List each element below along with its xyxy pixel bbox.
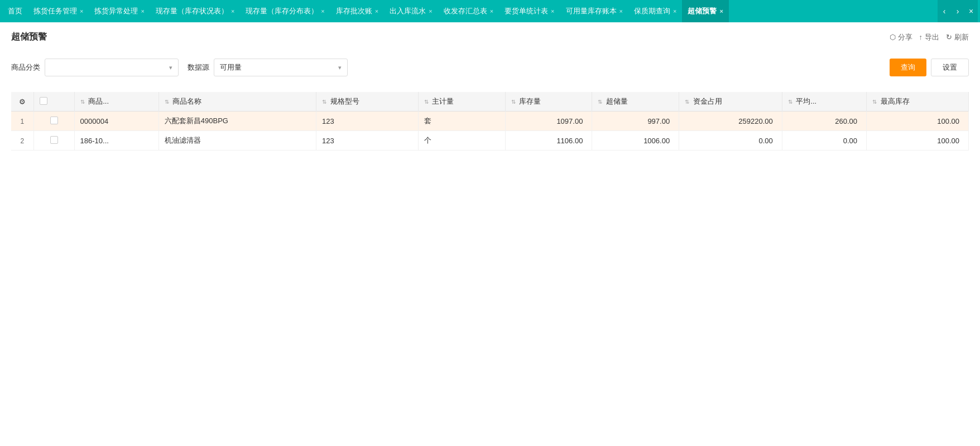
row-spec: 123 (316, 131, 418, 151)
stock-column-header[interactable]: ⇅ 库存量 (505, 92, 592, 112)
share-button[interactable]: ⬡ 分享 (890, 32, 912, 42)
row-capital: 259220.00 (679, 112, 782, 131)
nav-arrow-left[interactable]: ‹ (938, 0, 951, 22)
row-avg: 260.00 (782, 112, 866, 131)
row-unit: 套 (418, 112, 505, 131)
sort-icon: ⇅ (165, 99, 169, 105)
refresh-icon: ↻ (946, 33, 952, 41)
datasource-filter: 数据源 可用量 ▾ (188, 59, 348, 76)
max-column-header[interactable]: ⇅ 最高库存 (867, 92, 969, 112)
checkbox-column-header[interactable] (33, 92, 74, 112)
close-icon[interactable]: × (429, 8, 432, 14)
row-capital: 0.00 (679, 131, 782, 151)
datasource-select[interactable]: 可用量 ▾ (214, 59, 348, 76)
row-max: 100.00 (867, 131, 969, 151)
gear-icon: ⚙ (19, 98, 26, 106)
close-icon[interactable]: × (141, 8, 144, 14)
row-over: 1006.00 (592, 131, 679, 151)
code-column-header[interactable]: ⇅ 商品... (74, 92, 158, 112)
refresh-button[interactable]: ↻ 刷新 (946, 32, 969, 42)
row-name: 六配套新昌490BPG (158, 112, 316, 131)
avg-column-header[interactable]: ⇅ 平均... (782, 92, 866, 112)
settings-column-header[interactable]: ⚙ (11, 92, 33, 112)
page-content: 超储预警 ⬡ 分享 ↑ 导出 ↻ 刷新 商品分类 ▾ 数据源 (0, 22, 980, 446)
row-seq: 2 (11, 131, 33, 151)
row-code: 0000004 (74, 112, 158, 131)
nav-item-7[interactable]: 收发存汇总表 × (438, 0, 499, 22)
datasource-select-value: 可用量 (220, 62, 338, 72)
sort-icon: ⇅ (788, 99, 792, 105)
settings-button[interactable]: 设置 (931, 59, 969, 76)
table-header-row: ⚙ ⇅ 商品... ⇅ 商品名称 ⇅ 规格型号 ⇅ (11, 92, 969, 112)
close-icon[interactable]: × (551, 8, 554, 14)
table-row: 1 0000004 六配套新昌490BPG 123 套 1097.00 997.… (11, 112, 969, 131)
name-column-header[interactable]: ⇅ 商品名称 (158, 92, 316, 112)
close-icon[interactable]: × (673, 8, 676, 14)
row-checkbox[interactable] (50, 117, 58, 124)
category-filter: 商品分类 ▾ (11, 59, 179, 76)
close-icon[interactable]: × (490, 8, 493, 14)
row-seq: 1 (11, 112, 33, 131)
over-column-header[interactable]: ⇅ 超储量 (592, 92, 679, 112)
row-avg: 0.00 (782, 131, 866, 151)
row-max: 100.00 (867, 112, 969, 131)
close-icon[interactable]: × (321, 8, 324, 14)
category-select[interactable]: ▾ (45, 59, 179, 76)
close-icon[interactable]: × (719, 8, 723, 14)
row-spec: 123 (316, 112, 418, 131)
nav-item-6[interactable]: 出入库流水 × (384, 0, 438, 22)
chevron-down-icon: ▾ (338, 64, 342, 71)
close-icon[interactable]: × (619, 8, 623, 14)
nav-item-8[interactable]: 要货单统计表 × (499, 0, 560, 22)
page-title: 超储预警 (11, 31, 47, 43)
category-label: 商品分类 (11, 62, 40, 72)
nav-item-10[interactable]: 保质期查询 × (628, 0, 682, 22)
row-stock: 1106.00 (505, 131, 592, 151)
nav-item-9[interactable]: 可用量库存账本 × (560, 0, 628, 22)
sort-icon: ⇅ (80, 99, 85, 105)
row-checkbox[interactable] (50, 136, 58, 144)
unit-column-header[interactable]: ⇅ 主计量 (418, 92, 505, 112)
close-icon[interactable]: × (375, 8, 378, 14)
close-icon[interactable]: × (80, 8, 83, 14)
query-button[interactable]: 查询 (890, 59, 926, 76)
header-actions: ⬡ 分享 ↑ 导出 ↻ 刷新 (890, 32, 969, 42)
sort-icon: ⇅ (598, 99, 602, 105)
row-stock: 1097.00 (505, 112, 592, 131)
nav-arrow-more[interactable]: × (964, 0, 978, 22)
table-row: 2 186-10... 机油滤清器 123 个 1106.00 1006.00 … (11, 131, 969, 151)
share-icon: ⬡ (890, 33, 896, 41)
close-icon[interactable]: × (231, 8, 234, 14)
nav-item-2[interactable]: 拣货异常处理 × (89, 0, 150, 22)
nav-bar: 首页 拣货任务管理 × 拣货异常处理 × 现存量（库存状况表） × 现存量（库存… (0, 0, 980, 22)
spec-column-header[interactable]: ⇅ 规格型号 (316, 92, 418, 112)
nav-arrows: ‹ › × (938, 0, 978, 22)
nav-item-active[interactable]: 超储预警 × (682, 0, 728, 22)
nav-arrow-right[interactable]: › (951, 0, 964, 22)
capital-column-header[interactable]: ⇅ 资金占用 (679, 92, 782, 112)
filter-bar: 商品分类 ▾ 数据源 可用量 ▾ 查询 设置 (11, 52, 969, 83)
sort-icon: ⇅ (511, 99, 516, 105)
export-icon: ↑ (919, 33, 923, 41)
select-all-checkbox[interactable] (40, 97, 47, 105)
sort-icon: ⇅ (322, 99, 326, 105)
data-table: ⚙ ⇅ 商品... ⇅ 商品名称 ⇅ 规格型号 ⇅ (11, 92, 969, 151)
nav-item-4[interactable]: 现存量（库存分布表） × (240, 0, 330, 22)
nav-item-5[interactable]: 库存批次账 × (330, 0, 384, 22)
row-unit: 个 (418, 131, 505, 151)
row-code: 186-10... (74, 131, 158, 151)
row-over: 997.00 (592, 112, 679, 131)
chevron-down-icon: ▾ (169, 64, 172, 71)
nav-item-3[interactable]: 现存量（库存状况表） × (150, 0, 240, 22)
datasource-label: 数据源 (188, 62, 209, 72)
nav-item-1[interactable]: 拣货任务管理 × (28, 0, 89, 22)
row-checkbox-cell (33, 131, 74, 151)
sort-icon: ⇅ (685, 99, 689, 105)
row-name: 机油滤清器 (158, 131, 316, 151)
export-button[interactable]: ↑ 导出 (919, 32, 940, 42)
sort-icon: ⇅ (872, 99, 877, 105)
nav-item-home[interactable]: 首页 (2, 0, 28, 22)
page-header: 超储预警 ⬡ 分享 ↑ 导出 ↻ 刷新 (11, 31, 969, 43)
row-checkbox-cell (33, 112, 74, 131)
filter-actions: 查询 设置 (890, 59, 969, 76)
